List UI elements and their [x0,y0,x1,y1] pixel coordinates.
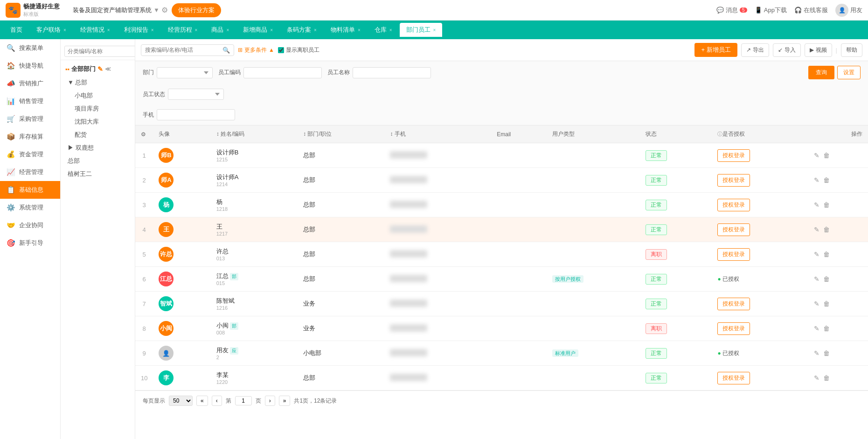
filter-emp-name-input[interactable] [353,67,431,78]
show-resigned-checkbox[interactable] [278,47,284,53]
delete-icon[interactable]: 🗑 [823,152,830,159]
search-icon[interactable]: 🔍 [222,47,230,54]
edit-icon[interactable]: ✎ [814,275,819,283]
dept-group-zongbu[interactable]: ▼ 总部 [61,76,135,89]
col-settings[interactable]: ⚙ [135,125,153,143]
search-input[interactable] [145,47,221,53]
last-page-btn[interactable]: » [279,396,291,406]
delete-icon[interactable]: 🗑 [823,349,830,357]
view-btn[interactable]: ▶ 视频 [805,43,832,57]
sidebar-item-搜索菜单[interactable]: 🔍搜索菜单 [0,39,60,57]
sidebar-item-营销推广[interactable]: 📣营销推广 [0,75,60,92]
delete-icon[interactable]: 🗑 [823,226,830,233]
prev-page-btn[interactable]: ‹ [212,396,222,406]
auth-btn[interactable]: 授权登录 [717,372,750,384]
auth-btn[interactable]: 授权登录 [717,322,750,335]
import-btn[interactable]: ↙ 导入 [773,43,801,57]
filter-status-select[interactable] [168,89,224,100]
tab-close-icon[interactable]: × [314,28,317,33]
tab-close-icon[interactable]: × [107,28,110,33]
dept-node-xiangmukufang[interactable]: 项目库房 [61,102,135,115]
sidebar-item-基础信息[interactable]: 📋基础信息 [0,181,60,199]
set-btn[interactable]: 设置 [837,66,861,79]
sidebar-item-快捷导航[interactable]: 🏠快捷导航 [0,57,60,75]
nav-tab-客户联络[interactable]: 客户联络× [30,23,73,37]
tab-close-icon[interactable]: × [226,28,229,33]
all-dept-header[interactable]: ▪▪ 全部部门 ✎ ≪ [61,62,135,76]
export-btn[interactable]: ↗ 导出 [741,43,769,57]
edit-icon[interactable]: ✎ [814,251,819,258]
dept-node-zongbu2[interactable]: 总部 [61,154,135,167]
add-employee-btn[interactable]: + 新增员工 [694,43,737,57]
filter-phone-input[interactable] [157,109,235,120]
more-filter-btn[interactable]: ⊞ 更多条件 ▲ [238,46,274,54]
tab-close-icon[interactable]: × [195,28,198,33]
tab-close-icon[interactable]: × [270,28,273,33]
col-dept[interactable]: ↕ 部门/职位 [298,125,384,143]
dept-search-input[interactable] [64,46,135,57]
sidebar-item-采购管理[interactable]: 🛒采购管理 [0,110,60,128]
dept-node-peihuo[interactable]: 配货 [61,128,135,141]
tab-close-icon[interactable]: × [433,28,436,33]
delete-icon[interactable]: 🗑 [823,275,830,283]
auth-btn[interactable]: 授权登录 [717,174,750,187]
online-service-item[interactable]: 🎧 在线客服 [794,6,828,14]
filter-emp-code-input[interactable] [243,67,322,78]
sidebar-item-销售管理[interactable]: 📊销售管理 [0,92,60,110]
first-page-btn[interactable]: « [196,396,208,406]
edit-icon[interactable]: ✎ [814,152,819,159]
dept-edit-icon[interactable]: ✎ [97,65,103,73]
col-name[interactable]: ↕ 姓名/编码 [211,125,298,143]
dept-node-xiaodianbu[interactable]: 小电部 [61,89,135,102]
filter-dept-select[interactable] [157,67,213,78]
nav-tab-利润报告[interactable]: 利润报告× [118,23,160,37]
auth-btn[interactable]: 授权登录 [717,199,750,211]
sidebar-item-库存核算[interactable]: 📦库存核算 [0,128,60,146]
delete-icon[interactable]: 🗑 [823,300,830,307]
nav-tab-仓库[interactable]: 仓库× [368,23,399,37]
sidebar-item-资金管理[interactable]: 💰资金管理 [0,146,60,163]
dropdown-icon[interactable]: ▼ [153,7,160,14]
edit-icon[interactable]: ✎ [814,176,819,184]
tab-close-icon[interactable]: × [63,28,66,33]
nav-tab-经营情况[interactable]: 经营情况× [74,23,117,37]
nav-tab-物料清单[interactable]: 物料清单× [324,23,367,37]
edit-icon[interactable]: ✎ [814,374,819,382]
tab-close-icon[interactable]: × [358,28,361,33]
auth-btn[interactable]: 授权登录 [717,248,750,261]
edit-icon[interactable]: ✎ [814,201,819,209]
tab-close-icon[interactable]: × [151,28,154,33]
delete-icon[interactable]: 🗑 [823,374,830,382]
help-btn[interactable]: 帮助 [841,43,862,57]
auth-btn[interactable]: 授权登录 [717,298,750,310]
app-download-item[interactable]: 📱 App下载 [755,6,787,14]
delete-icon[interactable]: 🗑 [823,176,830,184]
nav-tab-条码方案[interactable]: 条码方案× [280,23,323,37]
nav-tab-首页[interactable]: 首页 [4,23,29,37]
trial-btn[interactable]: 体验行业方案 [172,3,221,17]
dept-node-shenyangdaku[interactable]: 沈阳大库 [61,115,135,128]
page-size-select[interactable]: 50 20 100 [169,396,193,406]
col-phone[interactable]: ↕ 手机 [384,125,491,143]
page-input[interactable] [235,396,252,405]
sidebar-item-新手引导[interactable]: 🎯新手引导 [0,234,60,252]
nav-tab-经营历程[interactable]: 经营历程× [161,23,204,37]
nav-tab-商品[interactable]: 商品× [205,23,236,37]
user-item[interactable]: 👤 用友 [835,4,862,17]
nav-tab-新增商品[interactable]: 新增商品× [236,23,279,37]
edit-icon[interactable]: ✎ [814,349,819,357]
nav-tab-部门员工[interactable]: 部门员工× [400,23,443,37]
sidebar-item-系统管理[interactable]: ⚙️系统管理 [0,199,60,216]
edit-icon[interactable]: ✎ [814,226,819,233]
delete-icon[interactable]: 🗑 [823,325,830,332]
sidebar-item-经营管理[interactable]: 📈经营管理 [0,163,60,181]
show-resigned-toggle[interactable]: 显示离职员工 [278,46,319,54]
message-item[interactable]: 💬 消息 5 [716,6,747,14]
delete-icon[interactable]: 🗑 [823,201,830,209]
dept-collapse-icon[interactable]: ≪ [105,66,111,72]
delete-icon[interactable]: 🗑 [823,251,830,258]
auth-btn[interactable]: 授权登录 [717,149,750,162]
dept-node-zhishu[interactable]: 植树王二 [61,167,135,181]
settings-icon[interactable]: ⚙ [161,6,168,14]
dept-group-shuanglu[interactable]: ▶ 双鹿想 [61,141,135,154]
